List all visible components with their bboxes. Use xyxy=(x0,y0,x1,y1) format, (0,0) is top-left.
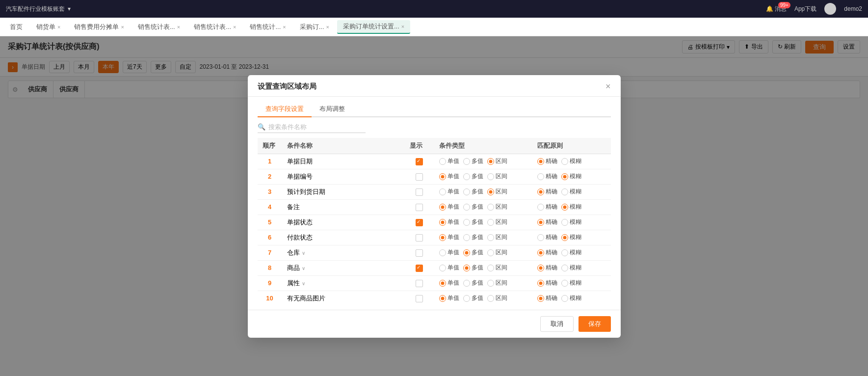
match-radio-精确[interactable]: 精确 xyxy=(537,203,557,211)
type-radio-多值[interactable]: 多值 xyxy=(463,279,483,287)
type-radio-区间[interactable]: 区间 xyxy=(487,264,507,272)
display-checkbox[interactable] xyxy=(416,219,423,226)
type-radio-多值[interactable]: 多值 xyxy=(463,264,483,272)
tab-5[interactable]: 销售统计... × xyxy=(244,21,291,33)
type-radio-区间[interactable]: 区间 xyxy=(487,279,507,287)
modal-footer: 取消 保存 xyxy=(248,310,621,338)
match-radio-精确[interactable]: 精确 xyxy=(537,188,557,196)
tab-close-7[interactable]: × xyxy=(401,24,404,29)
type-radio-区间[interactable]: 区间 xyxy=(487,172,507,181)
type-radio-多值[interactable]: 多值 xyxy=(463,203,483,211)
save-button[interactable]: 保存 xyxy=(579,316,611,332)
match-radio-模糊[interactable]: 模糊 xyxy=(561,248,581,257)
cell-name: 商品 ∨ xyxy=(282,260,405,275)
type-radio-单值[interactable]: 单值 xyxy=(439,157,459,165)
tab-3[interactable]: 销售统计表... × xyxy=(132,21,186,33)
radio-label: 模糊 xyxy=(570,188,581,196)
display-checkbox[interactable] xyxy=(416,204,423,211)
dropdown-arrow-icon[interactable]: ∨ xyxy=(301,266,306,271)
type-radio-单值[interactable]: 单值 xyxy=(439,248,459,257)
display-checkbox[interactable] xyxy=(416,173,423,181)
type-radio-区间[interactable]: 区间 xyxy=(487,218,507,226)
type-radio-单值[interactable]: 单值 xyxy=(439,218,459,226)
match-radio-模糊[interactable]: 模糊 xyxy=(561,218,581,226)
match-radio-精确[interactable]: 精确 xyxy=(537,157,557,165)
app-download[interactable]: App下载 xyxy=(794,5,816,13)
type-radio-区间[interactable]: 区间 xyxy=(487,248,507,257)
tab-7[interactable]: 采购订单统计设置... × xyxy=(337,20,410,34)
display-checkbox[interactable] xyxy=(416,295,423,302)
username[interactable]: demo2 xyxy=(844,5,862,12)
display-checkbox[interactable] xyxy=(416,158,423,165)
type-radio-单值[interactable]: 单值 xyxy=(439,294,459,302)
radio-label: 区间 xyxy=(496,264,507,272)
radio-dot xyxy=(487,280,494,287)
type-radio-单值[interactable]: 单值 xyxy=(439,264,459,272)
type-radio-单值[interactable]: 单值 xyxy=(439,188,459,196)
tab-field-settings[interactable]: 查询字段设置 xyxy=(258,102,312,117)
type-radio-多值[interactable]: 多值 xyxy=(463,188,483,196)
match-radio-精确[interactable]: 精确 xyxy=(537,218,557,226)
cell-order: 4 xyxy=(258,199,282,215)
match-radio-模糊[interactable]: 模糊 xyxy=(561,172,581,181)
type-radio-单值[interactable]: 单值 xyxy=(439,279,459,287)
type-radio-多值[interactable]: 多值 xyxy=(463,233,483,242)
modal-close-button[interactable]: × xyxy=(605,82,611,91)
match-radio-精确[interactable]: 精确 xyxy=(537,279,557,287)
match-radio-精确[interactable]: 精确 xyxy=(537,294,557,302)
match-radio-精确[interactable]: 精确 xyxy=(537,172,557,181)
match-radio-精确[interactable]: 精确 xyxy=(537,248,557,257)
tab-close-4[interactable]: × xyxy=(233,24,236,30)
tab-close-sales-expense[interactable]: × xyxy=(121,24,124,30)
dropdown-arrow-icon[interactable]: ∨ xyxy=(301,250,306,256)
type-radio-多值[interactable]: 多值 xyxy=(463,157,483,165)
radio-dot xyxy=(439,173,446,180)
type-radio-区间[interactable]: 区间 xyxy=(487,188,507,196)
radio-dot xyxy=(561,295,568,302)
type-radio-多值[interactable]: 多值 xyxy=(463,218,483,226)
match-radio-模糊[interactable]: 模糊 xyxy=(561,188,581,196)
tab-close-5[interactable]: × xyxy=(283,24,286,30)
type-radio-区间[interactable]: 区间 xyxy=(487,233,507,242)
notification-bell[interactable]: 🔔 消息 99+ xyxy=(766,5,787,13)
type-radio-多值[interactable]: 多值 xyxy=(463,294,483,302)
tab-close-3[interactable]: × xyxy=(177,24,180,30)
match-radio-模糊[interactable]: 模糊 xyxy=(561,294,581,302)
display-checkbox[interactable] xyxy=(416,188,423,196)
display-checkbox[interactable] xyxy=(416,280,423,287)
type-radio-单值[interactable]: 单值 xyxy=(439,172,459,181)
tab-6[interactable]: 采购订... × xyxy=(294,21,335,33)
cell-name: 有无商品图片 xyxy=(282,291,405,305)
match-radio-模糊[interactable]: 模糊 xyxy=(561,233,581,242)
match-radio-模糊[interactable]: 模糊 xyxy=(561,203,581,211)
type-radio-多值[interactable]: 多值 xyxy=(463,248,483,257)
tab-4[interactable]: 销售统计表... × xyxy=(188,21,242,33)
top-nav-right: 🔔 消息 99+ App下载 demo2 xyxy=(766,3,862,15)
display-checkbox[interactable] xyxy=(416,265,423,272)
type-radio-区间[interactable]: 区间 xyxy=(487,157,507,165)
cancel-button[interactable]: 取消 xyxy=(540,316,574,332)
match-radio-精确[interactable]: 精确 xyxy=(537,233,557,242)
type-radio-多值[interactable]: 多值 xyxy=(463,172,483,181)
tab-close-6[interactable]: × xyxy=(326,24,329,30)
match-radio-模糊[interactable]: 模糊 xyxy=(561,157,581,165)
dropdown-arrow-icon[interactable]: ∨ xyxy=(301,281,306,286)
radio-dot xyxy=(537,204,544,211)
tab-sales-expense[interactable]: 销售费用分摊单 × xyxy=(68,21,130,33)
user-avatar[interactable] xyxy=(824,3,836,15)
type-radio-区间[interactable]: 区间 xyxy=(487,203,507,211)
tab-layout-adjust[interactable]: 布局调整 xyxy=(312,102,353,117)
condition-search-input[interactable] xyxy=(268,123,357,131)
display-checkbox[interactable] xyxy=(416,249,423,257)
type-radio-区间[interactable]: 区间 xyxy=(487,294,507,302)
match-radio-精确[interactable]: 精确 xyxy=(537,264,557,272)
tab-home[interactable]: 首页 xyxy=(4,21,28,33)
tab-sales-order[interactable]: 销货单 × xyxy=(30,21,66,33)
type-radio-单值[interactable]: 单值 xyxy=(439,233,459,242)
type-radio-单值[interactable]: 单值 xyxy=(439,203,459,211)
display-checkbox[interactable] xyxy=(416,234,423,242)
radio-label: 模糊 xyxy=(570,264,581,272)
tab-close-sales-order[interactable]: × xyxy=(57,24,60,30)
match-radio-模糊[interactable]: 模糊 xyxy=(561,264,581,272)
match-radio-模糊[interactable]: 模糊 xyxy=(561,279,581,287)
